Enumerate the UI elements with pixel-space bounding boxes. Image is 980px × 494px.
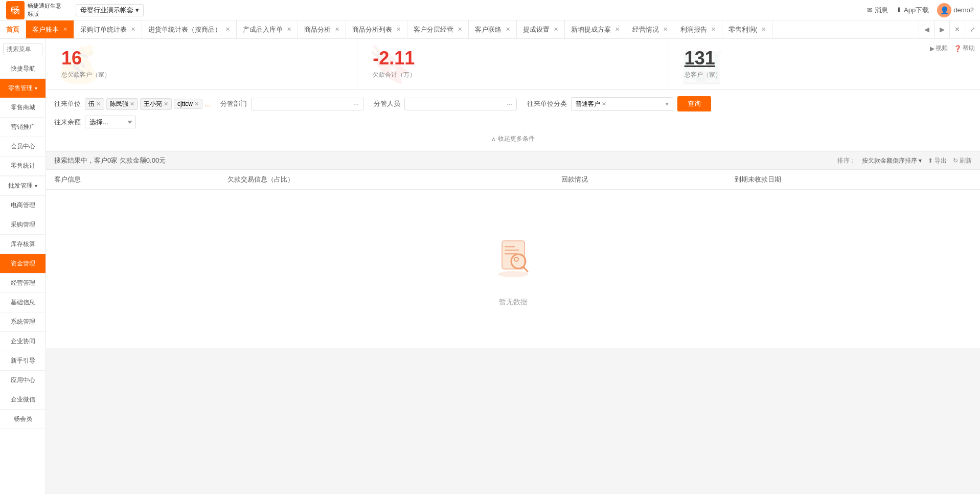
collapse-button[interactable]: ∧ 收起更多条件 bbox=[54, 132, 972, 145]
close-icon[interactable]: ✕ bbox=[761, 26, 766, 33]
stats-header: 💰 16 总欠款客户（家） 🔖 -2.11 欠款合计（万） 🏢 131 总客户（… bbox=[46, 39, 980, 90]
close-icon[interactable]: ✕ bbox=[287, 26, 291, 33]
message-button[interactable]: ✉ 消息 bbox=[867, 6, 888, 15]
user-menu[interactable]: 👤 demo2 bbox=[937, 3, 974, 17]
close-icon[interactable]: ✕ bbox=[663, 26, 668, 33]
sidebar-label-operation-mgmt: 经营管理 bbox=[11, 279, 35, 286]
tab-instock-stat-label: 进货单统计表（按商品） bbox=[148, 25, 221, 34]
tab-profit-report[interactable]: 利润报告 ✕ bbox=[674, 20, 722, 38]
top-bar-left: 畅 畅捷通好生意标版 母婴行业演示帐套 ▾ bbox=[6, 1, 144, 19]
person-filter-label: 分管人员 bbox=[374, 99, 400, 108]
unit-category-input[interactable]: 普通客户 ✕ ▾ bbox=[571, 97, 673, 111]
sidebar-label-enterprise-wechat: 企业微信 bbox=[11, 396, 35, 403]
tab-home[interactable]: 首页 bbox=[0, 20, 26, 38]
tab-retail-profit[interactable]: 零售利润( ✕ bbox=[722, 20, 772, 38]
sidebar-label-ecommerce-mgmt: 电商管理 bbox=[11, 201, 35, 209]
sidebar-item-purchase-mgmt[interactable]: 采购管理 bbox=[0, 215, 45, 235]
unit-category-tag-label: 普通客户 bbox=[576, 100, 600, 108]
sidebar-label-retail-mall: 零售商城 bbox=[11, 104, 35, 111]
tab-purchase-order[interactable]: 采购订单统计表 ✕ bbox=[74, 20, 142, 38]
sidebar-item-operation-mgmt[interactable]: 经营管理 bbox=[0, 274, 45, 293]
tab-customer-contact[interactable]: 客户联络 ✕ bbox=[469, 20, 517, 38]
nav-prev-button[interactable]: ◀ bbox=[919, 20, 934, 39]
sidebar-item-vip-member[interactable]: 畅会员 bbox=[0, 410, 45, 429]
tab-instock-stat[interactable]: 进货单统计表（按商品） ✕ bbox=[142, 20, 237, 38]
video-icon: ▶ bbox=[930, 45, 935, 52]
col-repayment: 回款情况 bbox=[553, 170, 726, 190]
tab-product-instock[interactable]: 产成品入库单 ✕ bbox=[237, 20, 298, 38]
refresh-icon: ↻ bbox=[953, 157, 958, 164]
store-selector[interactable]: 母婴行业演示帐套 ▾ bbox=[76, 4, 144, 16]
tab-product-analysis-list[interactable]: 商品分析列表 ✕ bbox=[346, 20, 407, 38]
filter-more-btn[interactable]: ... bbox=[204, 100, 210, 108]
remaining-select[interactable]: 选择... bbox=[85, 116, 136, 128]
video-help-button[interactable]: ▶ 视频 bbox=[930, 44, 948, 53]
refresh-button[interactable]: ↻ 刷新 bbox=[953, 156, 972, 165]
help-label: 帮助 bbox=[963, 44, 975, 53]
close-icon[interactable]: ✕ bbox=[458, 26, 462, 33]
remove-tag-wu[interactable]: ✕ bbox=[96, 101, 101, 107]
remove-unit-category-tag[interactable]: ✕ bbox=[602, 101, 606, 107]
tab-customer-tier[interactable]: 客户分层经营 ✕ bbox=[407, 20, 469, 38]
table-header: 客户信息 欠款交易信息（占比） 回款情况 到期未收款日期 bbox=[46, 170, 980, 190]
stat-total-debit-customers: 💰 16 总欠款客户（家） bbox=[46, 39, 357, 89]
tab-raise-settings-label: 提成设置 bbox=[523, 25, 550, 34]
close-icon[interactable]: ✕ bbox=[711, 26, 716, 33]
sidebar-item-retail-mall[interactable]: 零售商城 bbox=[0, 98, 45, 118]
sidebar-item-retail-mgmt[interactable]: 零售管理 ▾ bbox=[0, 79, 45, 98]
remove-tag-chen[interactable]: ✕ bbox=[130, 101, 134, 107]
help-button[interactable]: ❓ 帮助 bbox=[954, 44, 975, 53]
chevron-icon-2: ▾ bbox=[35, 183, 37, 189]
search-input[interactable] bbox=[3, 43, 42, 55]
username-label: demo2 bbox=[953, 6, 974, 14]
close-icon[interactable]: ✕ bbox=[554, 26, 558, 33]
stat-debit-total: 🔖 -2.11 欠款合计（万） bbox=[357, 39, 669, 89]
table-header-row: 客户信息 欠款交易信息（占比） 回款情况 到期未收款日期 bbox=[46, 170, 980, 190]
filter-tag-cjttcw: cjttcw ✕ bbox=[174, 99, 202, 109]
close-icon[interactable]: ✕ bbox=[131, 26, 135, 33]
sidebar-item-wholesale-mgmt[interactable]: 批发管理 ▾ bbox=[0, 176, 45, 196]
person-filter-input[interactable]: ··· bbox=[404, 98, 517, 110]
sidebar-item-system-mgmt[interactable]: 系统管理 bbox=[0, 312, 45, 332]
sidebar-item-enterprise-wechat[interactable]: 企业微信 bbox=[0, 390, 45, 410]
sidebar-item-marketing[interactable]: 营销推广 bbox=[0, 118, 45, 137]
empty-state: 暂无数据 bbox=[46, 190, 980, 348]
tab-product-analysis-list-label: 商品分析列表 bbox=[352, 25, 392, 34]
app-download-button[interactable]: ⬇ App下载 bbox=[896, 6, 929, 15]
close-icon[interactable]: ✕ bbox=[506, 26, 510, 33]
tab-product-analysis[interactable]: 商品分析 ✕ bbox=[298, 20, 346, 38]
tab-new-raise-plan[interactable]: 新增提成方案 ✕ bbox=[565, 20, 626, 38]
remove-tag-wang[interactable]: ✕ bbox=[164, 101, 168, 107]
sidebar-item-inventory-check[interactable]: 库存核算 bbox=[0, 235, 45, 254]
close-icon[interactable]: ✕ bbox=[396, 26, 401, 33]
close-icon[interactable]: ✕ bbox=[615, 26, 620, 33]
sort-selector[interactable]: 按欠款金额倒序排序 ▾ bbox=[862, 156, 922, 165]
nav-close-all-button[interactable]: ✕ bbox=[949, 20, 965, 39]
nav-fullscreen-button[interactable]: ⤢ bbox=[965, 20, 980, 39]
sidebar-item-fast-nav[interactable]: 快捷导航 bbox=[0, 59, 45, 79]
sidebar-label-vip-member: 畅会员 bbox=[14, 415, 32, 422]
tab-biz-status[interactable]: 经营情况 ✕ bbox=[626, 20, 674, 38]
sidebar-item-ecommerce-mgmt[interactable]: 电商管理 bbox=[0, 196, 45, 215]
sidebar-item-basic-info[interactable]: 基础信息 bbox=[0, 293, 45, 312]
sidebar-item-retail-stat[interactable]: 零售统计 bbox=[0, 156, 45, 176]
query-button[interactable]: 查询 bbox=[677, 96, 711, 111]
sidebar-item-member-center[interactable]: 会员中心 bbox=[0, 137, 45, 156]
close-icon[interactable]: ✕ bbox=[335, 26, 339, 33]
sidebar-item-capital-mgmt[interactable]: 资金管理 bbox=[0, 254, 45, 274]
sidebar-item-enterprise-collab[interactable]: 企业协同 bbox=[0, 332, 45, 351]
export-button[interactable]: ⬆ 导出 bbox=[928, 156, 947, 165]
dept-more-icon[interactable]: ··· bbox=[353, 100, 359, 108]
remove-tag-cjttcw[interactable]: ✕ bbox=[194, 101, 199, 107]
person-more-icon[interactable]: ··· bbox=[507, 100, 512, 108]
sidebar-item-newcomer-guide[interactable]: 新手引导 bbox=[0, 351, 45, 371]
close-icon[interactable]: ✕ bbox=[225, 26, 230, 33]
filter-tag-chen: 陈民强 ✕ bbox=[106, 98, 138, 110]
sidebar-item-app-center[interactable]: 应用中心 bbox=[0, 371, 45, 390]
close-icon[interactable]: ✕ bbox=[63, 26, 67, 33]
tab-customer-account[interactable]: 客户账本 ✕ bbox=[26, 20, 74, 38]
tag-label-wu: 伍 bbox=[88, 100, 95, 108]
tab-raise-settings[interactable]: 提成设置 ✕ bbox=[517, 20, 565, 38]
dept-filter-input[interactable]: ··· bbox=[251, 98, 363, 110]
nav-next-button[interactable]: ▶ bbox=[934, 20, 949, 39]
